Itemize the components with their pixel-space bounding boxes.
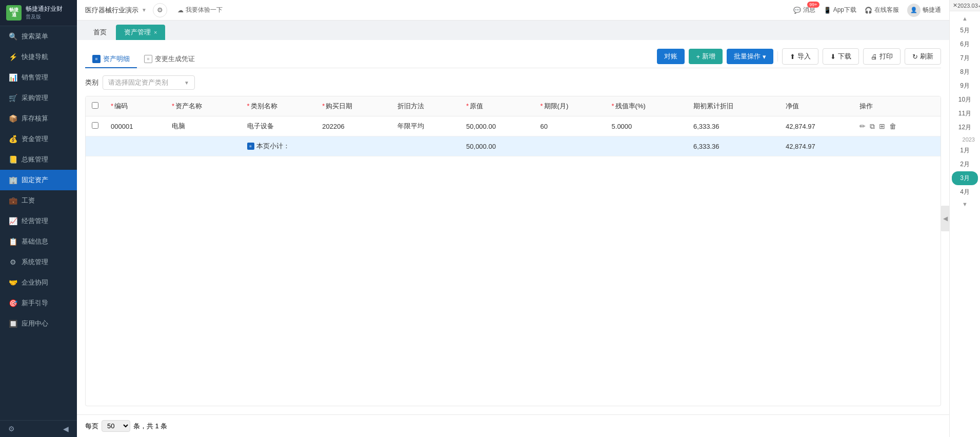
subtab-change-voucher[interactable]: ≡ 变更生成凭证	[137, 51, 202, 68]
sidebar-item-system-label: 系统管理	[22, 257, 48, 267]
date-year-2023: 2023	[952, 134, 978, 144]
sidebar-item-guide[interactable]: 🎯 新手引导	[0, 293, 77, 313]
th-original-value: *原值	[460, 96, 534, 116]
row-depreciation-method: 年限平均	[391, 116, 460, 136]
subtotal-empty-3	[166, 136, 241, 156]
subtab-asset-detail[interactable]: ≡ 资产明细	[85, 51, 137, 68]
date-item-7[interactable]: 7月	[952, 51, 978, 65]
date-item-2[interactable]: 2月	[952, 157, 978, 171]
date-scroll-down-btn[interactable]: ▼	[952, 199, 978, 209]
sidebar-item-fixed-assets[interactable]: 🏢 固定资产	[0, 170, 77, 190]
date-scroll-up-btn[interactable]: ▲	[952, 13, 978, 24]
date-item-10[interactable]: 10月	[952, 93, 978, 107]
th-period: *期限(月)	[534, 96, 606, 116]
tab-asset-management[interactable]: 资产管理 ×	[116, 25, 165, 40]
date-item-8[interactable]: 8月	[952, 65, 978, 79]
sidebar-item-sales[interactable]: 📊 销售管理	[0, 67, 77, 88]
sidebar-item-search[interactable]: 🔍 搜索菜单	[0, 26, 77, 47]
delete-btn[interactable]: 🗑	[889, 122, 896, 130]
pagination: 每页 10 20 50 100 条，共 1 条	[77, 414, 949, 437]
print-icon: 🖨	[871, 53, 877, 61]
subtotal-empty-2	[105, 136, 166, 156]
row-checkbox[interactable]	[92, 122, 98, 129]
purchase-icon: 🛒	[8, 94, 17, 102]
import-label: 导入	[797, 52, 811, 61]
tab-close-icon[interactable]: ×	[154, 29, 157, 35]
right-panel-close-icon[interactable]: ✕	[953, 2, 957, 9]
sidebar-item-enterprise[interactable]: 🤝 企业协同	[0, 272, 77, 293]
change-voucher-tab-icon: ≡	[144, 55, 152, 63]
sidebar-item-ledger[interactable]: 📒 总账管理	[0, 149, 77, 170]
company-selector[interactable]: 医疗器械行业演示 ▼	[85, 6, 147, 15]
edit-btn[interactable]: ✏	[859, 122, 866, 130]
app-title-group: 畅捷通好业财 普及版	[26, 5, 63, 21]
tabbar: 首页 资产管理 ×	[77, 21, 949, 40]
right-panel-expand-icon[interactable]: ⤢	[978, 2, 980, 9]
date-item-11[interactable]: 11月	[952, 107, 978, 121]
print-btn[interactable]: 🖨 打印	[863, 48, 901, 65]
date-item-12[interactable]: 12月	[952, 121, 978, 134]
select-all-checkbox[interactable]	[92, 102, 98, 109]
finance-icon: 💰	[8, 135, 17, 143]
topbar-right: 💬 消息 99+ 📱 App下载 🎧 在线客服 👤 畅捷通	[793, 4, 941, 17]
th-residual-rate: *残值率(%)	[606, 96, 687, 116]
company-name: 医疗器械行业演示	[85, 6, 138, 15]
collapse-sidebar-btn[interactable]: ◀	[63, 425, 69, 433]
batch-arrow-icon: ▾	[763, 53, 766, 61]
message-icon: 💬	[793, 7, 801, 14]
th-depreciation-method: 折旧方法	[391, 96, 460, 116]
toolbar-right-actions: 对账 + 新增 批量操作 ▾ ⬆ 导入 ⬇	[657, 48, 941, 68]
add-label: 新增	[702, 52, 715, 61]
sidebar-item-inventory[interactable]: 📦 库存核算	[0, 108, 77, 129]
sidebar-item-ledger-label: 总账管理	[22, 155, 48, 164]
date-item-1[interactable]: 1月	[952, 144, 978, 157]
sidebar-item-quick-nav[interactable]: ⚡ 快捷导航	[0, 47, 77, 67]
more-btn[interactable]: ⊞	[879, 122, 885, 130]
management-icon: 📈	[8, 217, 17, 225]
subtotal-actions	[853, 136, 941, 156]
company-dropdown-icon: ▼	[142, 7, 147, 13]
feedback-btn[interactable]: ☁ 我要体验一下	[177, 6, 223, 14]
settings-btn[interactable]: ⚙	[153, 3, 167, 17]
date-item-4[interactable]: 4月	[952, 185, 978, 199]
date-item-3-active[interactable]: 3月	[952, 171, 978, 185]
app-download-btn[interactable]: 📱 App下载	[824, 6, 856, 14]
row-code: 000001	[105, 116, 166, 136]
reconcile-btn[interactable]: 对账	[657, 49, 685, 64]
table-header-row: *编码 *资产名称 *类别名称 *购买日期 折旧方法 *原值 *期限(月) *残…	[86, 96, 941, 116]
sidebar-item-finance[interactable]: 💰 资金管理	[0, 129, 77, 149]
import-btn[interactable]: ⬆ 导入	[782, 48, 818, 65]
date-item-9[interactable]: 9月	[952, 79, 978, 93]
date-item-5[interactable]: 5月	[952, 24, 978, 37]
app-title: 畅捷通好业财	[26, 5, 63, 13]
settings-bottom-icon[interactable]: ⚙	[8, 425, 15, 433]
download-btn[interactable]: ⬇ 下载	[823, 48, 859, 65]
right-panel-collapse-btn[interactable]: ◀	[941, 206, 950, 231]
th-name: *资产名称	[166, 96, 241, 116]
copy-btn[interactable]: ⧉	[870, 122, 875, 131]
sidebar-item-basic-info[interactable]: 📋 基础信息	[0, 231, 77, 252]
sidebar-item-purchase[interactable]: 🛒 采购管理	[0, 88, 77, 108]
filter-category-select[interactable]: 请选择固定资产类别 ▼	[103, 75, 195, 90]
date-item-6[interactable]: 6月	[952, 37, 978, 51]
sidebar-item-system[interactable]: ⚙ 系统管理	[0, 252, 77, 272]
quick-nav-icon: ⚡	[8, 53, 17, 61]
per-page-select[interactable]: 10 20 50 100	[102, 420, 130, 432]
tab-home[interactable]: 首页	[85, 25, 115, 40]
user-menu-btn[interactable]: 👤 畅捷通	[907, 4, 941, 17]
sidebar-item-payroll[interactable]: 💼 工资	[0, 190, 77, 211]
row-name: 电脑	[166, 116, 241, 136]
sidebar-item-app-center[interactable]: 🔲 应用中心	[0, 313, 77, 334]
customer-service-btn[interactable]: 🎧 在线客服	[865, 6, 899, 14]
filter-dropdown-icon: ▼	[184, 80, 189, 86]
message-btn[interactable]: 💬 消息 99+	[793, 6, 815, 14]
sidebar-item-management[interactable]: 📈 经营管理	[0, 211, 77, 231]
batch-btn[interactable]: 批量操作 ▾	[727, 49, 773, 64]
refresh-btn[interactable]: ↻ 刷新	[905, 48, 941, 65]
date-nav: ▲ 5月 6月 7月 8月 9月 10月 11月 12月 2023 1月 2月 …	[950, 11, 980, 211]
total-label: 条，共 1 条	[133, 422, 167, 431]
topbar: 医疗器械行业演示 ▼ ⚙ ☁ 我要体验一下 💬 消息 99+ 📱 App下载 🎧…	[77, 0, 949, 21]
sidebar-item-inventory-label: 库存核算	[22, 114, 48, 123]
feedback-label: 我要体验一下	[186, 6, 223, 14]
add-btn[interactable]: + 新增	[689, 49, 723, 64]
